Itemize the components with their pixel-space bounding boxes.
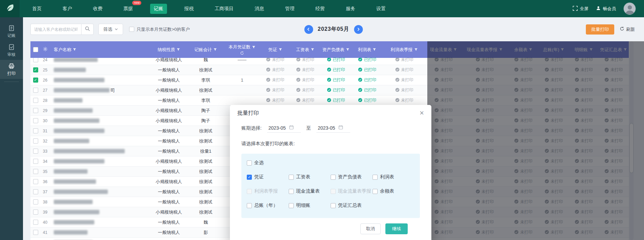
search-input[interactable] (30, 24, 81, 35)
tax-type-cell: 小规模纳税人 (150, 177, 187, 187)
filter-icon[interactable] (373, 48, 376, 51)
report-option[interactable]: 凭证汇总表 (331, 202, 373, 209)
row-checkbox[interactable] (33, 179, 38, 184)
fullscreen-button[interactable]: 全屏 (573, 6, 589, 12)
filter-icon[interactable] (311, 48, 314, 51)
nav-item[interactable]: 首页 (28, 4, 45, 14)
report-option[interactable]: 总账（年） (247, 202, 289, 209)
report-option-checkbox[interactable] (331, 203, 336, 208)
report-option-checkbox[interactable] (247, 203, 252, 208)
report-option-checkbox[interactable] (289, 189, 294, 194)
column-header[interactable]: 工资表 (290, 41, 320, 58)
report-option[interactable]: 明细账 (289, 202, 331, 209)
row-checkbox[interactable] (33, 108, 38, 113)
report-option-checkbox[interactable] (373, 175, 378, 180)
filter-icon[interactable] (414, 48, 418, 51)
nav-item[interactable]: 客户 (59, 4, 76, 14)
only-current-month-checkbox[interactable] (129, 27, 134, 32)
filter-icon[interactable] (213, 48, 217, 51)
row-checkbox[interactable] (33, 199, 38, 204)
column-header[interactable]: 本月凭证数 (224, 41, 260, 58)
print-status-cell: 未打印 (260, 85, 290, 95)
report-option-checkbox[interactable] (289, 175, 294, 180)
row-checkbox[interactable] (33, 149, 38, 154)
search-button[interactable] (81, 24, 94, 35)
column-header[interactable]: 资产负债表 (320, 41, 352, 58)
nav-item[interactable]: 经营 (312, 4, 329, 14)
confirm-button[interactable]: 继续 (385, 223, 408, 234)
batch-print-button[interactable]: 批量打印 (586, 24, 614, 35)
row-checkbox[interactable] (33, 67, 38, 72)
close-icon[interactable]: × (420, 109, 424, 117)
row-checkbox[interactable] (33, 230, 38, 235)
filter-icon[interactable] (176, 48, 180, 51)
period-to-input[interactable]: 2023-05 (316, 124, 350, 133)
filter-button[interactable]: 筛选 (98, 24, 123, 35)
report-option-label: 工资表 (296, 174, 310, 180)
nav-item[interactable]: 管理 (281, 4, 298, 14)
row-checkbox[interactable] (33, 88, 38, 93)
nav-item[interactable]: 设置 (373, 4, 389, 14)
nav-item[interactable]: 记账 (150, 4, 167, 14)
row-checkbox[interactable] (33, 128, 38, 133)
period-from-input[interactable]: 2023-05 (267, 124, 301, 133)
select-all-reports-checkbox[interactable] (247, 160, 252, 166)
member-button[interactable]: 畅会员 (596, 6, 616, 12)
sidebar-item-audit[interactable]: 审核 (0, 41, 23, 60)
app-logo[interactable] (0, 0, 20, 17)
report-option[interactable]: 凭证 (247, 174, 289, 180)
row-number: 33 (41, 146, 50, 156)
report-option-checkbox[interactable] (289, 203, 294, 208)
column-header[interactable]: 利润表季报 (382, 41, 426, 58)
refresh-button[interactable]: 刷新 (620, 26, 635, 32)
nav-item[interactable]: 服务 (342, 4, 359, 14)
row-checkbox[interactable] (33, 189, 38, 194)
column-header[interactable]: 纳税性质 (150, 41, 187, 58)
row-checkbox[interactable] (33, 169, 38, 174)
nav-item[interactable]: 工商项目 (211, 4, 237, 14)
prev-month-button[interactable] (304, 25, 313, 34)
row-checkbox[interactable] (33, 138, 38, 144)
customer-name-redacted (54, 159, 104, 163)
filter-icon[interactable] (346, 48, 350, 51)
cancel-button[interactable]: 取消 (360, 223, 381, 234)
refresh-count-icon[interactable] (240, 51, 244, 55)
select-all-checkbox[interactable] (33, 47, 38, 52)
select-all-option[interactable]: 全选 (247, 160, 414, 166)
row-checkbox[interactable] (33, 210, 38, 215)
customer-name-redacted (54, 220, 94, 224)
report-option-checkbox[interactable] (331, 175, 336, 180)
avatar[interactable] (623, 2, 636, 15)
sidebar-item-ledger[interactable]: 记账 (0, 22, 23, 41)
column-header[interactable]: 凭证 (260, 41, 290, 58)
filter-icon[interactable] (279, 48, 282, 51)
column-header[interactable]: 记账会计 (187, 41, 224, 58)
column-settings-button[interactable] (41, 41, 50, 58)
report-option-checkbox[interactable] (247, 175, 252, 180)
column-header[interactable]: 客户名称 (50, 41, 150, 58)
next-month-button[interactable] (354, 25, 363, 34)
row-checkbox[interactable] (33, 159, 38, 164)
row-checkbox[interactable] (33, 220, 38, 225)
sidebar-item-printer[interactable]: 打印 (0, 60, 23, 79)
report-option[interactable]: 现金流量表 (289, 188, 331, 194)
report-option-checkbox[interactable] (373, 189, 378, 194)
report-option[interactable]: 利润表 (373, 174, 414, 180)
calendar-icon (338, 125, 343, 131)
only-current-month-filter[interactable]: 只显示本月凭证数>0的客户 (129, 26, 190, 32)
accountant-cell: 陶子 (187, 116, 224, 126)
nav-item[interactable]: 收费 (89, 4, 106, 14)
nav-item[interactable]: 报税 (181, 4, 197, 14)
filter-icon[interactable] (73, 48, 76, 51)
report-option[interactable]: 余额表 (373, 188, 414, 194)
column-header[interactable]: 利润表 (352, 41, 382, 58)
nav-item[interactable]: 消息 (251, 4, 268, 14)
row-checkbox[interactable] (33, 118, 38, 123)
row-checkbox[interactable] (33, 78, 38, 83)
filter-icon[interactable] (252, 45, 256, 49)
nav-item[interactable]: 票据new (120, 4, 137, 14)
report-option[interactable]: 工资表 (289, 174, 331, 180)
row-checkbox[interactable] (33, 58, 38, 62)
row-checkbox[interactable] (33, 98, 38, 103)
report-option[interactable]: 资产负债表 (331, 174, 373, 180)
